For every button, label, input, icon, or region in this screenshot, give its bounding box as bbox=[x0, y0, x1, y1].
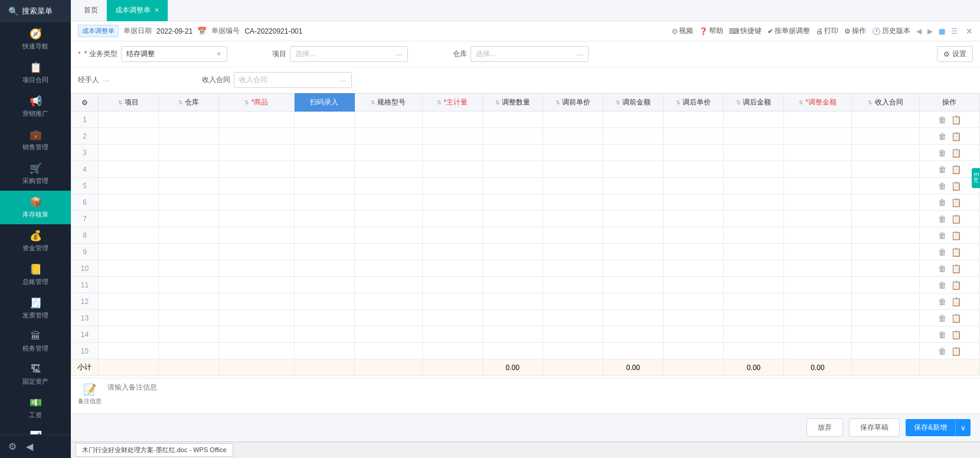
col-scan-input[interactable]: 扫码录入 bbox=[294, 94, 354, 112]
table-cell[interactable] bbox=[482, 260, 543, 277]
col-project[interactable]: ⇅ 项目 bbox=[98, 94, 158, 112]
tab-close-icon[interactable]: ✕ bbox=[154, 6, 159, 14]
list-view-icon[interactable]: ☰ bbox=[951, 27, 958, 35]
copy-row-btn[interactable]: 📋 bbox=[950, 231, 962, 240]
table-cell[interactable] bbox=[294, 145, 354, 161]
delete-row-btn[interactable]: 🗑 bbox=[937, 214, 948, 224]
table-cell[interactable] bbox=[294, 343, 354, 359]
table-cell[interactable] bbox=[98, 310, 158, 326]
sidebar-item-inventory-calc[interactable]: 📦 库存核算 bbox=[0, 191, 71, 224]
table-cell[interactable] bbox=[663, 161, 723, 178]
sidebar-item-ops-mgmt[interactable]: 📊 经营管理 bbox=[0, 425, 71, 434]
table-cell[interactable] bbox=[422, 310, 482, 326]
table-cell[interactable] bbox=[159, 310, 219, 326]
sidebar-item-quick-nav[interactable]: 🧭 快速导航 bbox=[0, 22, 71, 56]
table-cell[interactable] bbox=[724, 128, 784, 145]
table-cell[interactable] bbox=[354, 178, 422, 194]
table-cell[interactable] bbox=[851, 227, 919, 244]
table-cell[interactable] bbox=[422, 260, 482, 277]
col-before-price[interactable]: ⇅ 调前单价 bbox=[543, 94, 603, 112]
toolbar-shortcuts[interactable]: ⌨ 快捷键 bbox=[729, 26, 762, 36]
table-cell[interactable] bbox=[784, 244, 852, 260]
table-cell[interactable] bbox=[663, 310, 723, 326]
table-cell[interactable] bbox=[159, 178, 219, 194]
table-cell[interactable] bbox=[851, 244, 919, 260]
table-cell[interactable] bbox=[724, 161, 784, 178]
table-cell[interactable] bbox=[98, 244, 158, 260]
table-cell[interactable] bbox=[159, 260, 219, 277]
table-cell[interactable] bbox=[219, 277, 295, 293]
table-cell[interactable] bbox=[354, 161, 422, 178]
table-cell[interactable] bbox=[543, 326, 603, 343]
table-cell[interactable] bbox=[294, 194, 354, 211]
table-cell[interactable] bbox=[603, 178, 663, 194]
table-cell[interactable] bbox=[543, 310, 603, 326]
table-cell[interactable] bbox=[603, 343, 663, 359]
collapse-icon[interactable]: ◀ bbox=[26, 441, 33, 452]
delete-row-btn[interactable]: 🗑 bbox=[937, 148, 948, 158]
table-cell[interactable] bbox=[543, 227, 603, 244]
table-cell[interactable] bbox=[159, 326, 219, 343]
right-panel-indicator[interactable]: Ear bbox=[972, 168, 980, 188]
table-cell[interactable] bbox=[851, 310, 919, 326]
table-cell[interactable] bbox=[724, 343, 784, 359]
table-cell[interactable] bbox=[354, 277, 422, 293]
sidebar-item-project-contract[interactable]: 📋 项目合同 bbox=[0, 56, 71, 90]
table-cell[interactable] bbox=[663, 128, 723, 145]
delete-row-btn[interactable]: 🗑 bbox=[937, 247, 948, 257]
table-cell[interactable] bbox=[543, 128, 603, 145]
table-cell[interactable] bbox=[294, 260, 354, 277]
sidebar-item-invoice-mgmt[interactable]: 🧾 发票管理 bbox=[0, 292, 71, 325]
table-cell[interactable] bbox=[663, 145, 723, 161]
delete-row-btn[interactable]: 🗑 bbox=[937, 231, 948, 240]
table-cell[interactable] bbox=[422, 211, 482, 227]
table-cell[interactable] bbox=[663, 211, 723, 227]
table-cell[interactable] bbox=[724, 178, 784, 194]
sidebar-item-purchase-mgmt[interactable]: 🛒 采购管理 bbox=[0, 157, 71, 191]
table-cell[interactable] bbox=[159, 244, 219, 260]
table-cell[interactable] bbox=[294, 128, 354, 145]
wps-tab[interactable]: 木门行业好业财处理方案-墨红红.doc - WPS Office bbox=[76, 443, 233, 457]
table-cell[interactable] bbox=[482, 227, 543, 244]
table-cell[interactable] bbox=[159, 227, 219, 244]
table-cell[interactable] bbox=[219, 194, 295, 211]
table-cell[interactable] bbox=[543, 277, 603, 293]
table-cell[interactable] bbox=[851, 326, 919, 343]
table-cell[interactable] bbox=[784, 227, 852, 244]
table-cell[interactable] bbox=[354, 343, 422, 359]
table-cell[interactable] bbox=[663, 260, 723, 277]
table-cell[interactable] bbox=[482, 211, 543, 227]
table-cell[interactable] bbox=[98, 227, 158, 244]
table-cell[interactable] bbox=[219, 128, 295, 145]
col-adjust-qty[interactable]: ⇅ 调整数量 bbox=[482, 94, 543, 112]
table-cell[interactable] bbox=[98, 211, 158, 227]
table-cell[interactable] bbox=[482, 145, 543, 161]
table-cell[interactable] bbox=[354, 227, 422, 244]
copy-row-btn[interactable]: 📋 bbox=[950, 132, 962, 141]
table-cell[interactable] bbox=[784, 194, 852, 211]
table-cell[interactable] bbox=[784, 161, 852, 178]
table-cell[interactable] bbox=[354, 211, 422, 227]
table-cell[interactable] bbox=[724, 326, 784, 343]
table-cell[interactable] bbox=[724, 227, 784, 244]
save-draft-button[interactable]: 保存草稿 bbox=[849, 418, 900, 437]
table-cell[interactable] bbox=[851, 293, 919, 310]
table-cell[interactable] bbox=[294, 293, 354, 310]
sidebar-search[interactable]: 🔍 搜索菜单 bbox=[0, 0, 71, 22]
table-cell[interactable] bbox=[422, 161, 482, 178]
copy-row-btn[interactable]: 📋 bbox=[950, 346, 962, 356]
tab-cost-adjust[interactable]: 成本调整单 ✕ bbox=[107, 0, 168, 21]
table-cell[interactable] bbox=[543, 260, 603, 277]
sidebar-item-payroll[interactable]: 💵 工资 bbox=[0, 391, 71, 425]
table-cell[interactable] bbox=[543, 161, 603, 178]
table-cell[interactable] bbox=[354, 194, 422, 211]
table-cell[interactable] bbox=[851, 277, 919, 293]
table-cell[interactable] bbox=[159, 293, 219, 310]
table-cell[interactable] bbox=[603, 293, 663, 310]
table-cell[interactable] bbox=[98, 326, 158, 343]
table-cell[interactable] bbox=[98, 293, 158, 310]
table-cell[interactable] bbox=[784, 145, 852, 161]
table-cell[interactable] bbox=[354, 260, 422, 277]
table-cell[interactable] bbox=[159, 343, 219, 359]
sidebar-item-sales-promotion[interactable]: 📢 营销推广 bbox=[0, 90, 71, 123]
